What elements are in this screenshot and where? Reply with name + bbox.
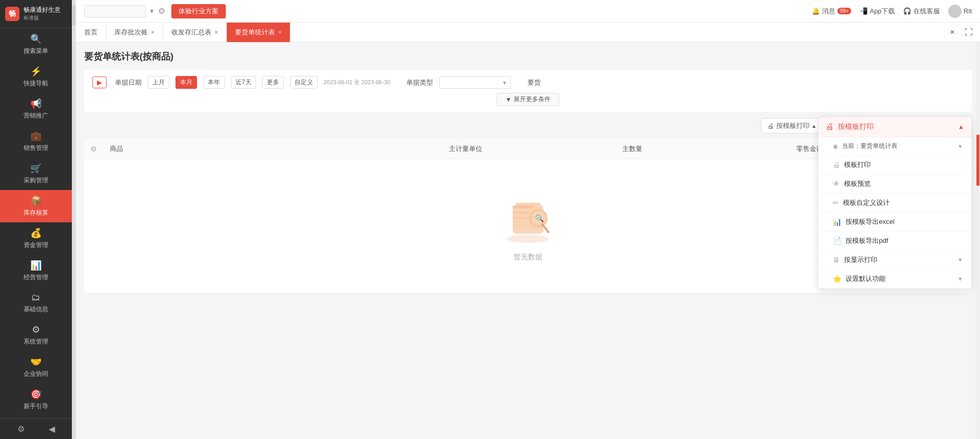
sidebar-item-inventory[interactable]: 📦 库存核算 bbox=[0, 190, 72, 222]
popup-header: 🖨 按模板打印 ▲ bbox=[818, 117, 971, 137]
popup-current-left: ◉ 当前：要货单统计表 bbox=[833, 142, 897, 150]
date-label: 单据日期 bbox=[115, 78, 142, 87]
money-icon: 💰 bbox=[30, 227, 42, 239]
empty-text: 暂无数据 bbox=[514, 253, 542, 262]
tab-expand-icon[interactable]: ⛶ bbox=[962, 25, 976, 40]
online-service-btn[interactable]: 🎧 在线客服 bbox=[903, 7, 940, 16]
popup-item-label: 模板自定义设计 bbox=[843, 198, 890, 207]
sidebar-item-operation[interactable]: 📊 经营管理 bbox=[0, 255, 72, 287]
date-btn-custom[interactable]: 自定义 bbox=[290, 76, 318, 89]
industry-btn[interactable]: 体验行业方案 bbox=[171, 4, 226, 18]
date-btn-this-month[interactable]: 本月 bbox=[175, 76, 197, 89]
sidebar-item-quick-nav[interactable]: ⚡ 快捷导航 bbox=[0, 61, 72, 93]
app-badge: 标准版 bbox=[24, 14, 61, 22]
template-preview-icon: 👁 bbox=[833, 180, 840, 188]
popup-item-left: ✏ 模板自定义设计 bbox=[833, 198, 890, 207]
tab-inventory-batch-close[interactable]: × bbox=[151, 29, 154, 36]
tab-receivable-summary-close[interactable]: × bbox=[214, 29, 218, 36]
date-range-text: 2023-06-01 至 2023-06-30 bbox=[324, 79, 390, 86]
popup-item-template-preview[interactable]: 👁 模板预览 bbox=[818, 175, 971, 194]
popup-item-template-custom[interactable]: ✏ 模板自定义设计 bbox=[818, 194, 971, 213]
topbar-gear-icon[interactable]: ⚙ bbox=[158, 6, 165, 16]
sidebar-item-search[interactable]: 🔍 搜索菜单 bbox=[0, 28, 72, 61]
user-avatar-area[interactable]: Rit bbox=[948, 5, 972, 18]
popup-item-export-excel[interactable]: 📊 按模板导出excel bbox=[818, 213, 971, 232]
headset-icon: 🎧 bbox=[903, 7, 911, 15]
popup-collapse-icon[interactable]: ▲ bbox=[958, 123, 964, 130]
sidebar-item-marketing[interactable]: 📢 营销推广 bbox=[0, 93, 72, 125]
sidebar-item-sales[interactable]: 💼 销售管理 bbox=[0, 125, 72, 158]
box-icon: 📦 bbox=[30, 195, 42, 206]
tab-receivable-summary[interactable]: 收发存汇总表 × bbox=[163, 23, 227, 42]
type-select[interactable] bbox=[439, 76, 511, 89]
col-unit: 主计量单位 bbox=[445, 144, 618, 154]
topbar-dropdown-arrow[interactable]: ▼ bbox=[149, 8, 155, 15]
filter-expand-btn[interactable]: ▶ bbox=[92, 77, 107, 88]
sidebar-item-purchase[interactable]: 🛒 采购管理 bbox=[0, 158, 72, 190]
sidebar-item-apps[interactable]: 📱 应用中心 bbox=[0, 416, 72, 418]
date-btn-more[interactable]: 更多 bbox=[262, 76, 284, 89]
tab-inventory-batch[interactable]: 库存批次账 × bbox=[106, 23, 163, 42]
search-icon: 🔍 bbox=[30, 33, 42, 45]
popup-item-set-default[interactable]: ⭐ 设置默认功能 ▼ bbox=[818, 270, 971, 289]
sidebar-item-cooperation[interactable]: 🤝 企业协同 bbox=[0, 351, 72, 384]
sidebar-nav: 🔍 搜索菜单 ⚡ 快捷导航 📢 营销推广 💼 销售管理 🛒 采购管理 📦 库存核… bbox=[0, 28, 72, 418]
empty-icon: 🔍 bbox=[497, 190, 559, 246]
topbar-search-input[interactable] bbox=[84, 5, 146, 17]
popup-current-chevron: ▼ bbox=[957, 143, 963, 149]
popup-printer-icon: 🖨 bbox=[826, 122, 834, 131]
date-btn-this-year[interactable]: 本年 bbox=[203, 76, 225, 89]
col-quantity: 主数量 bbox=[618, 144, 792, 154]
gear-icon: ⚙ bbox=[32, 324, 40, 335]
topbar-search-area: ▼ ⚙ bbox=[84, 5, 165, 17]
briefcase-icon: 💼 bbox=[30, 130, 42, 142]
sidebar-item-system[interactable]: ⚙ 系统管理 bbox=[0, 319, 72, 351]
sidebar-scrollbar[interactable] bbox=[72, 0, 76, 439]
sidebar-item-label: 系统管理 bbox=[24, 337, 48, 346]
popup-item-display-print[interactable]: 🖥 按显示打印 ▼ bbox=[818, 251, 971, 270]
column-settings-icon[interactable]: ⚙ bbox=[90, 145, 106, 153]
expand-more-btn[interactable]: ▼ 展开更多条件 bbox=[497, 93, 559, 106]
svg-rect-7 bbox=[513, 212, 528, 214]
printer-icon: 🖨 bbox=[768, 122, 774, 130]
folder-icon: 🗂 bbox=[31, 292, 41, 303]
sidebar-item-finance[interactable]: 💰 资金管理 bbox=[0, 222, 72, 255]
sidebar-item-label: 营销推广 bbox=[24, 111, 48, 120]
messages-btn[interactable]: 🔔 消息 99+ bbox=[812, 7, 851, 16]
tab-home[interactable]: 首页 bbox=[76, 23, 106, 42]
type-label: 单据类型 bbox=[406, 78, 433, 87]
user-name: Rit bbox=[964, 7, 972, 15]
tab-order-stats-close[interactable]: × bbox=[278, 29, 282, 36]
print-dropdown-arrow: ▲ bbox=[812, 123, 817, 129]
popup-item-left: 📊 按模板导出excel bbox=[833, 217, 894, 226]
svg-rect-8 bbox=[513, 217, 531, 219]
filter-expand-icon: ▶ bbox=[97, 79, 102, 86]
date-btn-7days[interactable]: 近7天 bbox=[231, 76, 256, 89]
sidebar-item-label: 搜索菜单 bbox=[24, 47, 48, 55]
lightning-icon: ⚡ bbox=[30, 66, 42, 77]
tab-close-all-icon[interactable]: × bbox=[945, 25, 959, 40]
popup-item-export-pdf[interactable]: 📄 按模板导出pdf bbox=[818, 232, 971, 251]
svg-rect-6 bbox=[513, 205, 533, 208]
popup-current-item[interactable]: ◉ 当前：要货单统计表 ▼ bbox=[818, 137, 971, 156]
page-title: 要货单统计表(按商品) bbox=[84, 50, 972, 63]
print-template-btn[interactable]: 🖨 按模板打印 ▲ bbox=[761, 118, 824, 133]
popup-item-label: 模板打印 bbox=[844, 160, 871, 169]
popup-item-template-print[interactable]: 🖨 模板打印 bbox=[818, 156, 971, 175]
sidebar-item-newbie[interactable]: 🎯 新手引导 bbox=[0, 384, 72, 416]
display-print-chevron: ▼ bbox=[957, 257, 963, 263]
set-default-chevron: ▼ bbox=[957, 276, 963, 282]
settings-icon[interactable]: ⚙ bbox=[17, 424, 25, 434]
app-logo: 畅 畅康通好生意 标准版 bbox=[0, 0, 72, 28]
popup-item-left: 🖨 模板打印 bbox=[833, 160, 871, 169]
template-print-icon: 🖨 bbox=[833, 161, 840, 169]
tab-order-stats[interactable]: 要货单统计表 × bbox=[227, 23, 290, 42]
app-download-btn[interactable]: 📲 App下载 bbox=[859, 7, 895, 16]
page-scrollbar-thumb bbox=[976, 135, 979, 186]
collapse-icon[interactable]: ◀ bbox=[49, 424, 55, 434]
popup-item-label: 按模板导出excel bbox=[846, 217, 894, 226]
date-btn-last-month[interactable]: 上月 bbox=[148, 76, 169, 89]
filter-row: ▶ 单据日期 上月 本月 本年 近7天 更多 自定义 2023-06-01 至 … bbox=[92, 76, 964, 89]
page-scrollbar[interactable] bbox=[976, 42, 980, 439]
sidebar-item-basic[interactable]: 🗂 基础信息 bbox=[0, 287, 72, 319]
